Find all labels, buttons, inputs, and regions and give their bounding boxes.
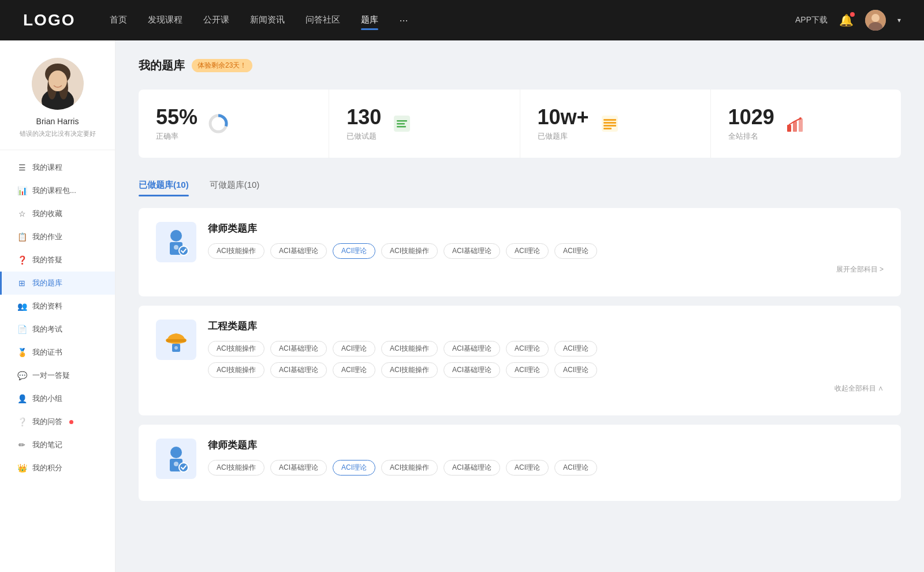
tag-3-5[interactable]: ACI理论	[506, 460, 549, 476]
sidebar-item-profile[interactable]: 👥 我的资料	[0, 295, 115, 318]
sidebar-item-groups[interactable]: 👤 我的小组	[0, 387, 115, 410]
stat-accuracy: 55% 正确率	[139, 90, 329, 158]
svg-rect-19	[603, 125, 616, 127]
svg-rect-15	[397, 126, 406, 128]
tag-2b-6[interactable]: ACI理论	[554, 362, 597, 378]
tag-3-0[interactable]: ACI技能操作	[208, 460, 264, 476]
tag-2b-3[interactable]: ACI技能操作	[381, 362, 438, 378]
tag-1-0[interactable]: ACI技能操作	[208, 243, 264, 259]
stats-row: 55% 正确率 130 已做试题	[139, 90, 901, 158]
svg-rect-23	[799, 118, 803, 132]
svg-rect-20	[603, 128, 612, 129]
file-icon: 📄	[17, 325, 27, 334]
tag-2b-5[interactable]: ACI理论	[506, 362, 549, 378]
qbank-card-1: 律师类题库 ACI技能操作 ACI基础理论 ACI理论 ACI技能操作 ACI基…	[139, 208, 901, 296]
logo: LOGO	[23, 11, 75, 29]
nav-more[interactable]: ···	[399, 14, 408, 27]
sidebar-item-exam[interactable]: 📄 我的考试	[0, 318, 115, 341]
tag-3-1[interactable]: ACI基础理论	[270, 460, 327, 476]
qbank-title-2: 工程类题库	[208, 320, 884, 333]
sidebar-item-course-packages[interactable]: 📊 我的课程包...	[0, 179, 115, 202]
sidebar-item-my-qa[interactable]: ❔ 我的问答	[0, 410, 115, 433]
notification-bell[interactable]: 🔔	[839, 13, 854, 27]
tag-2b-2[interactable]: ACI理论	[333, 362, 375, 378]
tab-done-banks[interactable]: 已做题库(10)	[139, 174, 189, 196]
users-icon: 👥	[17, 302, 27, 311]
nav-discover[interactable]: 发现课程	[148, 14, 182, 27]
sidebar-item-favorites[interactable]: ☆ 我的收藏	[0, 202, 115, 225]
svg-point-36	[179, 463, 188, 472]
svg-point-25	[170, 230, 182, 242]
tag-3-4[interactable]: ACI基础理论	[444, 460, 500, 476]
tag-2-3[interactable]: ACI技能操作	[381, 341, 438, 356]
nav-qa[interactable]: 问答社区	[305, 14, 340, 27]
svg-point-28	[179, 246, 188, 255]
accuracy-icon	[207, 112, 230, 135]
avatar[interactable]	[865, 10, 886, 31]
tag-1-2[interactable]: ACI理论	[333, 243, 375, 259]
tag-3-2[interactable]: ACI理论	[333, 460, 375, 476]
sidebar-item-courses[interactable]: ☰ 我的课程	[0, 156, 115, 179]
tag-2-2[interactable]: ACI理论	[333, 341, 375, 356]
app-download-btn[interactable]: APP下载	[795, 15, 828, 25]
site-rank-label: 全站排名	[728, 131, 774, 142]
tags-row-2b: ACI技能操作 ACI基础理论 ACI理论 ACI技能操作 ACI基础理论 AC…	[208, 362, 884, 378]
tag-2-6[interactable]: ACI理论	[554, 341, 597, 356]
svg-point-33	[170, 447, 182, 458]
nav-right: APP下载 🔔 ▾	[795, 10, 901, 31]
svg-point-35	[174, 462, 178, 466]
tag-2b-1[interactable]: ACI基础理论	[270, 362, 327, 378]
done-questions-value: 130	[346, 106, 381, 129]
tag-1-6[interactable]: ACI理论	[554, 243, 597, 259]
tag-1-1[interactable]: ACI基础理论	[270, 243, 327, 259]
tag-2-0[interactable]: ACI技能操作	[208, 341, 264, 356]
main-wrapper: Brian Harris 错误的决定比没有决定要好 ☰ 我的课程 📊 我的课程包…	[0, 40, 924, 572]
tag-1-5[interactable]: ACI理论	[506, 243, 549, 259]
trial-badge: 体验剩余23天！	[192, 59, 252, 72]
tag-3-3[interactable]: ACI技能操作	[381, 460, 438, 476]
nav-home[interactable]: 首页	[110, 14, 127, 27]
tag-1-4[interactable]: ACI基础理论	[444, 243, 500, 259]
nav-links: 首页 发现课程 公开课 新闻资讯 问答社区 题库 ···	[110, 14, 795, 27]
crown-icon: 👑	[17, 463, 27, 473]
tag-2b-0[interactable]: ACI技能操作	[208, 362, 264, 378]
grid-icon: ⊞	[17, 278, 27, 288]
tag-2-5[interactable]: ACI理论	[506, 341, 549, 356]
done-banks-label: 已做题库	[538, 131, 589, 142]
sidebar-item-certificate[interactable]: 🏅 我的证书	[0, 341, 115, 364]
svg-rect-30	[166, 339, 186, 342]
sidebar-item-notes[interactable]: ✏ 我的笔记	[0, 433, 115, 456]
collapse-link-2[interactable]: 收起全部科目 ∧	[208, 384, 884, 393]
sidebar-item-qbank[interactable]: ⊞ 我的题库	[0, 272, 115, 295]
nav-open-course[interactable]: 公开课	[203, 14, 229, 27]
svg-rect-21	[787, 125, 791, 132]
done-questions-icon	[390, 112, 413, 135]
svg-rect-22	[793, 121, 797, 132]
sidebar-item-homework[interactable]: 📋 我的作业	[0, 225, 115, 248]
sidebar-item-qa[interactable]: ❓ 我的答疑	[0, 248, 115, 272]
sidebar-item-one-on-one[interactable]: 💬 一对一答疑	[0, 364, 115, 387]
main-content: 我的题库 体验剩余23天！ 55% 正确率 1	[116, 40, 924, 572]
sidebar-item-points[interactable]: 👑 我的积分	[0, 456, 115, 480]
certificate-icon: 🏅	[17, 348, 27, 357]
accuracy-label: 正确率	[156, 131, 198, 142]
qbank-title-1: 律师类题库	[208, 222, 884, 235]
tab-available-banks[interactable]: 可做题库(10)	[210, 174, 260, 196]
tags-row-3: ACI技能操作 ACI基础理论 ACI理论 ACI技能操作 ACI基础理论 AC…	[208, 460, 884, 476]
avatar-dropdown-arrow[interactable]: ▾	[897, 16, 901, 24]
expand-link-1[interactable]: 展开全部科目 >	[208, 265, 884, 274]
avatar-image	[865, 10, 886, 31]
star-icon: ☆	[17, 209, 27, 218]
chat-bubble-icon: 💬	[17, 371, 27, 380]
tag-3-6[interactable]: ACI理论	[554, 460, 597, 476]
clipboard-icon: 📋	[17, 232, 27, 242]
question-circle-icon: ❓	[17, 255, 27, 265]
tag-1-3[interactable]: ACI技能操作	[381, 243, 438, 259]
svg-point-9	[49, 70, 67, 91]
qbank-icon-lawyer-2	[156, 439, 196, 479]
nav-qbank[interactable]: 题库	[361, 14, 378, 27]
tag-2b-4[interactable]: ACI基础理论	[444, 362, 500, 378]
tag-2-4[interactable]: ACI基础理论	[444, 341, 500, 356]
nav-news[interactable]: 新闻资讯	[250, 14, 285, 27]
tag-2-1[interactable]: ACI基础理论	[270, 341, 327, 356]
